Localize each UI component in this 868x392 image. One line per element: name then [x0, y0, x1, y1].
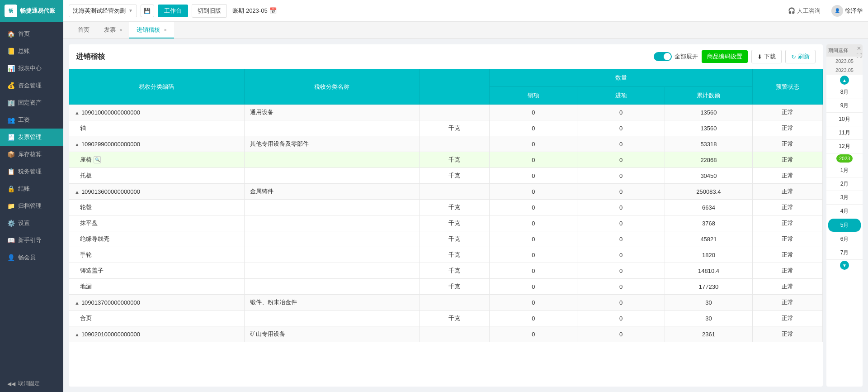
- cell-name: [244, 279, 420, 295]
- sidebar-item-9[interactable]: 🔒结账: [0, 180, 63, 197]
- sidebar-item-3[interactable]: 💰资金管理: [0, 77, 63, 94]
- sidebar-icon-8: 📋: [7, 168, 14, 175]
- sidebar-item-12[interactable]: 📖新手引导: [0, 232, 63, 249]
- expand-toggle[interactable]: 全部展开: [654, 52, 698, 61]
- cell-purchase: 0: [577, 136, 665, 152]
- expand-panel-icon[interactable]: ⛶: [856, 53, 862, 59]
- cell-code: 抹平盘: [69, 215, 245, 231]
- user-name: 徐泽华: [845, 7, 863, 15]
- support-button[interactable]: 🎧 人工咨询: [788, 7, 821, 15]
- period-scroll-up[interactable]: ▲: [840, 76, 849, 85]
- tab-reconcile[interactable]: 进销稽核 ×: [129, 22, 174, 38]
- sidebar-unpin[interactable]: ◀◀ 取消固定: [0, 375, 63, 392]
- close-panel-icon[interactable]: ✕: [856, 45, 862, 52]
- workbench-button[interactable]: 工作台: [158, 5, 188, 17]
- table-row: 绝缘导线壳 千克 0 0 45821 正常: [69, 231, 823, 247]
- th-unit: [420, 69, 490, 105]
- cell-total: 3768: [665, 215, 753, 231]
- period-scroll-down[interactable]: ▼: [840, 261, 849, 270]
- group-collapse-icon[interactable]: ▲: [75, 332, 80, 337]
- sidebar-item-4[interactable]: 🏢固定资产: [0, 94, 63, 111]
- sidebar-icon-9: 🔒: [7, 185, 14, 192]
- tab-invoice[interactable]: 发票 ×: [97, 22, 129, 38]
- cell-code: 轮毂: [69, 200, 245, 215]
- sidebar-item-7[interactable]: 📦库存核算: [0, 146, 63, 163]
- th-tax-name: 税收分类名称: [244, 69, 420, 105]
- sidebar-item-11[interactable]: ⚙️设置: [0, 215, 63, 232]
- sidebar-item-2[interactable]: 📊报表中心: [0, 60, 63, 77]
- cell-total: 6634: [665, 200, 753, 215]
- cell-status: 正常: [752, 152, 822, 168]
- sidebar-item-13[interactable]: 👤畅会员: [0, 249, 63, 266]
- tab-reconcile-close[interactable]: ×: [164, 27, 166, 33]
- sidebar-label-10: 归档管理: [18, 202, 42, 210]
- period-month-item[interactable]: 2月: [826, 177, 863, 191]
- table-row: ▲109020100000000000 矿山专用设备 0 0 2361 正常: [69, 326, 823, 342]
- cell-unit: 千克: [420, 152, 490, 168]
- search-icon[interactable]: 🔍: [94, 156, 101, 163]
- sidebar-icon-5: 👥: [7, 116, 14, 124]
- expand-switch[interactable]: [654, 52, 672, 61]
- company-selector[interactable]: 沈海英测试经营勿删 ▼: [69, 5, 137, 17]
- tab-home[interactable]: 首页: [71, 22, 97, 38]
- sidebar-item-5[interactable]: 👥工资: [0, 111, 63, 129]
- group-collapse-icon[interactable]: ▲: [75, 142, 80, 147]
- period-month-item[interactable]: 4月: [826, 205, 863, 218]
- sidebar-label-4: 固定资产: [18, 99, 42, 107]
- calendar-icon[interactable]: 📅: [269, 7, 277, 14]
- product-code-button[interactable]: 商品编码设置: [702, 50, 748, 63]
- cell-purchase: 0: [577, 120, 665, 136]
- cell-sale: 0: [490, 200, 577, 215]
- period-month-item[interactable]: 8月: [826, 86, 863, 99]
- cell-unit: 千克: [420, 311, 490, 326]
- period-display: 账期 2023-05 📅: [232, 7, 277, 15]
- group-collapse-icon[interactable]: ▲: [75, 300, 80, 306]
- sidebar-item-10[interactable]: 📁归档管理: [0, 197, 63, 215]
- cell-total: 13560: [665, 105, 753, 120]
- download-button[interactable]: ⬇ 下载: [751, 50, 782, 63]
- period-month-item[interactable]: 1月: [826, 164, 863, 177]
- cell-name: [244, 120, 420, 136]
- user-menu[interactable]: 👤 徐泽华: [831, 5, 863, 17]
- period-month-item[interactable]: 9月: [826, 99, 863, 113]
- sidebar-item-8[interactable]: 📋税务管理: [0, 163, 63, 180]
- period-panel-title: 期间选择: [828, 47, 848, 54]
- sidebar-label-11: 设置: [18, 219, 30, 227]
- cell-sale: 0: [490, 295, 577, 311]
- cell-status: 正常: [752, 263, 822, 279]
- tab-invoice-close[interactable]: ×: [119, 27, 122, 33]
- company-name: 沈海英测试经营勿删: [73, 7, 126, 15]
- cell-total: 22868: [665, 152, 753, 168]
- group-collapse-icon[interactable]: ▲: [75, 189, 80, 195]
- sidebar-item-1[interactable]: 📒总账: [0, 43, 63, 60]
- table-row: 座椅 🔍 千克 0 0 22868 正常: [69, 152, 823, 168]
- period-month-item[interactable]: 6月: [826, 233, 863, 246]
- cell-purchase: 0: [577, 184, 665, 200]
- period-month-item[interactable]: 10月: [826, 113, 863, 126]
- table-row: 地漏 千克 0 0 177230 正常: [69, 279, 823, 295]
- panel-header: 进销稽核 全部展开 商品编码设置 ⬇ 下载 ↻ 刷新: [69, 44, 823, 69]
- sidebar-item-6[interactable]: 🧾发票管理: [0, 129, 63, 146]
- group-collapse-icon[interactable]: ▲: [75, 110, 80, 115]
- sidebar-icon-4: 🏢: [7, 99, 14, 106]
- cell-sale: 0: [490, 168, 577, 184]
- headset-icon: 🎧: [788, 7, 795, 14]
- period-month-item[interactable]: 7月: [826, 246, 863, 260]
- sidebar-item-0[interactable]: 🏠首页: [0, 25, 63, 43]
- period-month-item[interactable]: 11月: [826, 126, 863, 140]
- cell-unit: 千克: [420, 279, 490, 295]
- support-label: 人工咨询: [797, 7, 821, 15]
- refresh-button[interactable]: ↻ 刷新: [785, 50, 816, 63]
- period-month-item[interactable]: 5月: [828, 219, 861, 232]
- cell-name: 通用设备: [244, 105, 420, 120]
- main-panel: 进销稽核 全部展开 商品编码设置 ⬇ 下载 ↻ 刷新: [69, 44, 823, 387]
- period-month-item[interactable]: 12月: [826, 140, 863, 153]
- right-period-panel: 期间选择 ✕ ⛶ 2023.052023.05▲8月9月10月11月12月202…: [826, 44, 863, 387]
- save-button[interactable]: 💾: [141, 5, 154, 17]
- cell-purchase: 0: [577, 279, 665, 295]
- period-month-item[interactable]: 3月: [826, 191, 863, 205]
- cell-purchase: 0: [577, 326, 665, 342]
- switch-version-button[interactable]: 切到旧版: [192, 4, 227, 18]
- period-value: 2023-05: [246, 7, 268, 14]
- cell-sale: 0: [490, 105, 577, 120]
